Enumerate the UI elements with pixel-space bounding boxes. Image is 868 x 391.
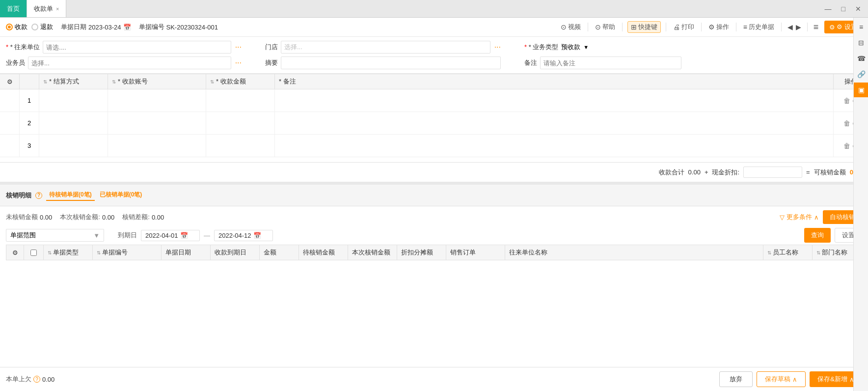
th-settings[interactable]: ⚙ [0,74,20,89]
tab-home-label: 首页 [7,4,20,13]
range-select[interactable]: 单据范围 ▼ [6,229,104,242]
tab-close-icon[interactable]: × [56,6,59,12]
tab-home[interactable]: 首页 [0,0,27,17]
chevron-up-icon: ∧ [814,214,819,221]
date-to-field[interactable]: 2022-04-12 📅 [214,230,273,241]
td-amount-2[interactable] [206,112,275,134]
footer-info-icon[interactable]: ? [33,376,40,383]
right-panel-icon-1[interactable]: ≡ [854,20,868,34]
form-section: * 往来单位 ··· 门店 选择... ··· * 业务类型 预收款 ▼ [0,37,868,74]
td-remark-3[interactable] [275,135,834,157]
business-type-value[interactable]: 预收款 ▼ [561,43,589,52]
delete-icon-3[interactable]: 🗑 [843,142,850,150]
remark-input[interactable] [540,56,681,69]
discard-button[interactable]: 放弃 [719,371,753,387]
filter-icon: ▽ [780,214,785,221]
bth-checkbox[interactable] [24,245,44,260]
minimize-button[interactable]: — [822,4,835,14]
jiesuan-label: * 结算方式 [49,77,79,86]
amount-label-btm: 金额 [264,248,276,257]
delete-icon-2[interactable]: 🗑 [843,119,850,127]
td-jiesuan-3[interactable] [39,135,108,157]
company-label-col: 往来单位名称 [509,248,547,257]
table-row: 2 🗑 ⊕ [0,112,868,135]
settings-gear-icon: ⚙ [829,24,835,31]
summary-input[interactable] [281,56,501,69]
date-from-field[interactable]: 2022-04-01 📅 [141,230,200,241]
more-conditions-btn[interactable]: ▽ 更多条件 ∧ [780,213,819,222]
form-row-1: * 往来单位 ··· 门店 选择... ··· * 业务类型 预收款 ▼ [6,41,862,54]
th-shoukuan: ⇅ * 收款账号 [108,74,206,89]
right-panel-icon-4[interactable]: 🔗 [854,67,868,82]
select-all-checkbox[interactable] [30,250,37,256]
radio-refund-dot [31,24,38,30]
next-arrow[interactable]: ▶ [795,22,802,32]
td-shoukuan-1[interactable] [108,89,206,112]
radio-refund[interactable]: 退款 [31,23,53,31]
td-settings-3 [0,135,20,157]
remark-field: 备注 [524,56,681,69]
range-chevron-icon: ▼ [93,232,100,239]
td-amount-1[interactable] [206,89,275,112]
tab-current[interactable]: 收款单 × [27,0,66,17]
close-button[interactable]: ✕ [852,4,864,14]
divider3 [666,23,666,31]
shortcut-label: 快捷键 [638,23,657,31]
delete-icon-1[interactable]: 🗑 [843,97,850,105]
tab-pending[interactable]: 待核销单据(0笔) [46,190,95,201]
employee-label: 员工名称 [773,248,798,257]
store-more-icon[interactable]: ··· [494,43,501,52]
radio-receive[interactable]: 收款 [6,23,27,31]
td-amount-3[interactable] [206,135,275,157]
td-shoukuan-2[interactable] [108,112,206,134]
shoukuan-sort-icon: ⇅ [112,79,116,84]
td-settings-1 [0,89,20,112]
bth-settings[interactable]: ⚙ [6,245,24,260]
store-select[interactable]: 选择... [281,41,490,54]
right-panel-icon-2[interactable]: ⊟ [854,35,868,50]
video-btn[interactable]: ⊙ 视频 [559,22,583,32]
discount-input[interactable] [743,167,802,178]
more-conditions-label: 更多条件 [787,213,812,222]
company-input[interactable] [43,41,231,54]
query-button[interactable]: 查询 [804,228,831,243]
right-panel-icon-5[interactable]: ▣ [854,83,868,97]
maximize-button[interactable]: □ [839,4,848,14]
range-label: 单据范围 [10,231,36,240]
staff-more-icon[interactable]: ··· [235,58,242,67]
divider7 [807,23,808,31]
history-btn[interactable]: ≡ 历史单据 [741,22,776,32]
print-btn[interactable]: 🖨 打印 [671,22,696,32]
company-more-icon[interactable]: ··· [235,43,242,52]
shoukuan-label: * 收款账号 [118,77,148,86]
td-remark-2[interactable] [275,112,834,134]
tab-done[interactable]: 已核销单据(0笔) [97,190,145,201]
unchecked-label: 未核销金额 [6,213,38,222]
td-jiesuan-1[interactable] [39,89,108,112]
calendar-icon[interactable]: 📅 [123,24,131,31]
td-jiesuan-2[interactable] [39,112,108,134]
right-panel-icon-3[interactable]: ☎ [854,51,868,66]
type-label: 单据类型 [53,248,79,257]
shortcut-btn[interactable]: ⊞ 快捷键 [627,21,661,33]
num-sort-icon: ⇅ [97,250,101,255]
staff-input[interactable] [28,56,231,69]
td-shoukuan-3[interactable] [108,135,206,157]
help-btn[interactable]: ⊙ 帮助 [593,22,617,32]
list-view-icon[interactable]: ≡ [813,21,820,33]
number-value: SK-20230324-001 [166,24,218,31]
this-time-stat: 本次核销金额: 0.00 [60,213,114,222]
staff-label: 业务员 [6,58,25,67]
date-value[interactable]: 2023-03-24 [88,24,121,31]
tab-current-label: 收款单 [34,4,53,13]
save-draft-label: 保存草稿 [765,375,790,384]
td-remark-1[interactable] [275,89,834,112]
save-draft-button[interactable]: 保存草稿 ∧ [757,371,806,387]
num-label: 单据编号 [102,248,128,257]
ops-btn[interactable]: ⚙ 操作 [706,22,731,32]
plus-sign: + [705,168,708,176]
prev-arrow[interactable]: ◀ [787,22,794,32]
this-time-value: 0.00 [102,214,114,221]
discount-label-col: 折扣分摊额 [401,248,433,257]
section-info-icon[interactable]: ? [35,192,42,199]
